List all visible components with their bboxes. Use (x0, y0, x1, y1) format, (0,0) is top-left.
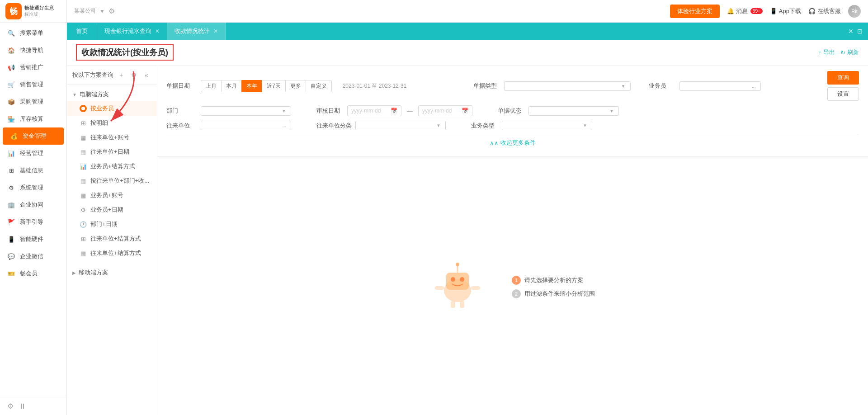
svg-rect-7 (435, 286, 444, 290)
export-button[interactable]: ↑ 导出 (819, 48, 835, 57)
mobile-section-title[interactable]: ▶ 移动端方案 (67, 266, 157, 279)
scheme-partner-settle1[interactable]: ⊞ 往来单位+结算方式 (67, 231, 157, 246)
notification-icon: 🔔 (727, 8, 734, 14)
breadcrumb-dropdown-icon[interactable]: ▼ (99, 8, 105, 14)
tab-bank-close[interactable]: ✕ (155, 28, 160, 34)
record-status-select[interactable]: ▼ (528, 106, 619, 116)
right-content: 单据日期 上月 本月 本年 近7天 更多 自定义 2023-01-01 至 20… (157, 66, 868, 415)
tab-income[interactable]: 收款情况统计 ✕ (167, 23, 226, 40)
tab-home[interactable]: 首页 (67, 23, 97, 40)
grid-icon: ⊞ (7, 166, 15, 174)
sidebar-navigation: 🔍 搜索菜单 🏠 快捷导航 📢 营销推广 🛒 销售管理 📦 采购管理 🏪 库存核… (0, 23, 66, 397)
filter-actions: 查询 设置 (827, 71, 859, 101)
scheme-salesperson-settle[interactable]: 📊 业务员+结算方式 (67, 159, 157, 174)
select-arrow-icon: ▼ (609, 108, 614, 113)
scheme-icon: ▦ (80, 177, 87, 184)
date-tab-thisyear[interactable]: 本年 (241, 80, 262, 92)
dept-select[interactable]: ▼ (201, 106, 291, 116)
partner-category-select[interactable]: ▼ (355, 121, 446, 130)
app-download-btn[interactable]: 📱 App下载 (770, 7, 801, 15)
date-range-text: 2023-01-01 至 2023-12-31 (343, 82, 406, 90)
close-window-btn[interactable]: ✕ (848, 28, 854, 35)
try-industry-button[interactable]: 体验行业方案 (670, 5, 720, 18)
header-breadcrumb: 某某公司 (74, 7, 96, 15)
sidebar-item-quick-nav[interactable]: 🏠 快捷导航 (0, 42, 66, 59)
date-tab-lastmonth[interactable]: 上月 (201, 80, 221, 92)
header-settings-icon[interactable]: ⚙ (108, 7, 115, 15)
step-number-1: 1 (512, 276, 521, 285)
sidebar-item-member[interactable]: 🎫 畅会员 (0, 265, 66, 282)
user-avatar[interactable]: Rit (848, 5, 861, 18)
empty-steps: 1 请先选择要分析的方案 2 用过滤条件来缩小分析范围 (512, 276, 595, 303)
sidebar-item-inventory[interactable]: 🏪 库存核算 (0, 110, 66, 127)
sidebar-item-wechat[interactable]: 💬 企业微信 (0, 248, 66, 265)
partner-select[interactable]: ... (201, 121, 291, 130)
tab-bank[interactable]: 现金银行流水查询 ✕ (97, 23, 167, 40)
desktop-section-label: 电脑端方案 (80, 90, 109, 99)
collapse-filter-button[interactable]: ∧∧ 收起更多条件 (166, 135, 859, 151)
step-number-2: 2 (512, 289, 521, 298)
tab-income-label: 收款情况统计 (175, 27, 210, 35)
scheme-icon: 🕐 (80, 221, 87, 228)
sidebar-item-operation[interactable]: 📊 经营管理 (0, 145, 66, 162)
date-tab-7days[interactable]: 近7天 (262, 80, 285, 92)
scheme-salesperson-date[interactable]: ⚙ 业务员+日期 (67, 203, 157, 217)
notification-btn[interactable]: 🔔 消息 99+ (727, 7, 763, 15)
notification-badge: 99+ (750, 8, 763, 14)
record-type-select[interactable]: ▼ (504, 81, 631, 91)
biz-type-select[interactable]: ▼ (502, 121, 592, 130)
mobile-schemes-section: ▶ 移动端方案 (67, 263, 157, 282)
desktop-section-title[interactable]: ▼ 电脑端方案 (67, 88, 157, 101)
sidebar-item-label: 经营管理 (20, 149, 43, 157)
tab-income-close[interactable]: ✕ (213, 28, 218, 34)
scheme-dept-date[interactable]: 🕐 部门+日期 (67, 217, 157, 231)
salesperson-label: 业务员 (649, 82, 676, 90)
select-arrow-icon: ▼ (282, 108, 286, 113)
add-scheme-button[interactable]: + (116, 70, 126, 80)
scheme-settings-button[interactable]: ⚙ (129, 70, 139, 80)
review-date-end-input[interactable]: yyyy-mm-dd 📅 (418, 105, 472, 116)
sidebar-item-search[interactable]: 🔍 搜索菜单 (0, 24, 66, 42)
calendar-icon: 📅 (391, 108, 397, 114)
settings-footer-icon[interactable]: ⚙ (7, 402, 14, 410)
scheme-partner-account[interactable]: ▦ 往来单位+账号 (67, 130, 157, 145)
scheme-active-icon (80, 105, 87, 112)
sidebar-item-label: 智能硬件 (20, 235, 43, 243)
query-button[interactable]: 查询 (827, 71, 859, 85)
refresh-button[interactable]: ↻ 刷新 (840, 48, 859, 57)
date-tab-custom[interactable]: 自定义 (306, 80, 332, 92)
settings-button[interactable]: 设置 (827, 87, 859, 101)
review-date-start-input[interactable]: yyyy-mm-dd 📅 (347, 105, 401, 116)
collapse-sidebar-icon[interactable]: ⏸ (19, 402, 26, 410)
cart-icon: 🛒 (7, 80, 15, 89)
scheme-partner-dept-income[interactable]: ▦ 按往来单位+部门+收... (67, 174, 157, 188)
scheme-label: 往来单位+日期 (90, 148, 129, 156)
sidebar-item-system[interactable]: ⚙ 系统管理 (0, 179, 66, 196)
date-tab-thismonth[interactable]: 本月 (221, 80, 241, 92)
scheme-by-detail[interactable]: ⊞ 按明细 (67, 116, 157, 130)
date-tab-more[interactable]: 更多 (285, 80, 306, 92)
filter-row-1: 单据日期 上月 本月 本年 近7天 更多 自定义 2023-01-01 至 20… (166, 71, 859, 101)
sidebar-item-purchase[interactable]: 📦 采购管理 (0, 93, 66, 110)
sidebar-item-newbie[interactable]: 🚩 新手引导 (0, 213, 66, 231)
online-service-btn[interactable]: 🎧 在线客服 (808, 7, 841, 15)
sidebar-item-marketing[interactable]: 📢 营销推广 (0, 59, 66, 76)
app-header: 某某公司 ▼ ⚙ 体验行业方案 🔔 消息 99+ 📱 App下载 🎧 在线客服 … (67, 0, 868, 23)
scheme-by-salesperson[interactable]: 按业务员 (67, 101, 157, 116)
salesperson-select[interactable]: ... (679, 81, 761, 91)
scheme-salesperson-account[interactable]: ▦ 业务员+账号 (67, 188, 157, 203)
sidebar-item-sales[interactable]: 🛒 销售管理 (0, 76, 66, 93)
scheme-partner-settle2[interactable]: ▦ 往来单位+结算方式 (67, 246, 157, 260)
megaphone-icon: 📢 (7, 63, 15, 71)
collapse-panel-button[interactable]: « (142, 70, 151, 80)
sidebar-item-basic[interactable]: ⊞ 基础信息 (0, 162, 66, 179)
sidebar-item-finance[interactable]: 💰 资金管理 (3, 127, 64, 145)
sidebar-item-enterprise[interactable]: 🏢 企业协同 (0, 196, 66, 213)
sidebar-footer: ⚙ ⏸ (0, 397, 66, 415)
sidebar-item-label: 采购管理 (20, 98, 43, 106)
sidebar-item-hardware[interactable]: 📱 智能硬件 (0, 231, 66, 248)
sidebar-item-label: 系统管理 (20, 184, 43, 192)
scheme-icon: ⊞ (80, 235, 87, 242)
maximize-window-btn[interactable]: ⊡ (857, 28, 863, 35)
scheme-partner-date[interactable]: ▦ 往来单位+日期 (67, 145, 157, 159)
